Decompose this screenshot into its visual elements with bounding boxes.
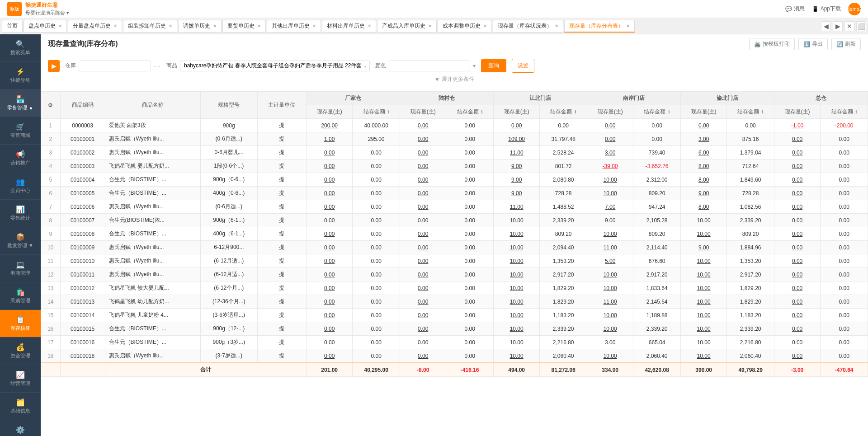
sidebar-item-marketing[interactable]: 📢 营销推广 [0,145,41,172]
yubei-qty[interactable]: 10.00 [680,254,727,268]
factory-qty[interactable]: 0.00 [306,336,353,349]
jiangbei-qty[interactable]: 10.00 [493,214,540,227]
close-icon[interactable]: ✕ [213,23,217,28]
app-btn[interactable]: 📱 App下载 [812,5,841,13]
factory-qty[interactable]: 0.00 [306,146,353,159]
jiangbei-qty[interactable]: 10.00 [493,281,540,295]
tab-next-btn[interactable]: ▶ [833,21,843,31]
tab-t3[interactable]: 组装拆卸单历史 ✕ [123,20,177,33]
sidebar-item-ecommerce[interactable]: 💻 电商管理 [0,255,41,282]
export-btn[interactable]: ⬇️ 导出 [798,38,828,50]
total-qty[interactable]: 0.00 [774,281,821,295]
tab-t1[interactable]: 盘点单历史 ✕ [24,20,67,33]
total-qty[interactable]: 0.00 [774,295,821,309]
filter-toggle-btn[interactable]: ▶ [48,60,60,72]
factory-qty[interactable]: 0.00 [306,173,353,187]
lucun-qty[interactable]: 0.00 [400,227,446,241]
total-qty[interactable]: 0.00 [774,132,821,146]
lucun-qty[interactable]: 0.00 [400,322,446,336]
yubei-qty[interactable]: 10.00 [680,227,727,241]
nanan-qty[interactable]: 10.00 [587,322,633,336]
na-amt-info-icon[interactable]: ℹ [668,109,670,114]
l-amt-info-icon[interactable]: ℹ [481,109,483,114]
tab-t5[interactable]: 要货单历史 ✕ [222,20,266,33]
yubei-qty[interactable]: 0.00 [680,119,727,132]
sidebar-item-retail-stat[interactable]: 📊 零售统计 [0,200,41,227]
nanan-qty[interactable]: 0.00 [587,119,633,132]
close-icon[interactable]: ✕ [257,23,261,28]
nanan-qty[interactable]: -39.00 [587,159,633,173]
lucun-qty[interactable]: 0.00 [400,295,446,309]
total-qty[interactable]: 0.00 [774,200,821,214]
color-input[interactable] [389,61,470,71]
print-btn[interactable]: 🖨️ 按模板打印 [749,38,795,50]
warehouse-input[interactable] [79,61,151,71]
nanan-qty[interactable]: 10.00 [587,227,633,241]
nanan-qty[interactable]: 10.00 [587,349,633,363]
close-icon[interactable]: ✕ [368,23,371,28]
tab-t4[interactable]: 调拨单历史 ✕ [178,20,222,33]
tab-t6[interactable]: 其他出库单历史 ✕ [267,20,321,33]
factory-qty[interactable]: 0.00 [306,295,353,309]
total-qty[interactable]: 0.00 [774,227,821,241]
jiangbei-qty[interactable]: 9.00 [493,187,540,200]
factory-qty[interactable]: 0.00 [306,281,353,295]
sidebar-item-wholesale[interactable]: 📦 批发管理 ▼ [0,227,41,255]
yubei-qty[interactable]: 9.00 [680,241,727,254]
sidebar-item-member[interactable]: 👥 会员中心 [0,172,41,200]
nanan-qty[interactable]: 5.00 [587,254,633,268]
goods-input[interactable] [180,61,370,71]
jiangbei-qty[interactable]: 10.00 [493,241,540,254]
factory-qty[interactable]: 0.00 [306,322,353,336]
close-icon[interactable]: ✕ [113,23,117,28]
avatar[interactable]: demo2 [848,3,861,15]
lucun-qty[interactable]: 0.00 [400,281,446,295]
nanan-qty[interactable]: 9.00 [587,214,633,227]
close-icon[interactable]: ✕ [312,23,316,28]
nanan-qty[interactable]: 3.00 [587,146,633,159]
factory-qty[interactable]: 200.00 [306,119,353,132]
jiangbei-qty[interactable]: 9.00 [493,159,540,173]
jiangbei-qty[interactable]: 11.00 [493,146,540,159]
total-qty[interactable]: 0.00 [774,322,821,336]
expand-conditions-btn[interactable]: ▼ 展开更多条件 [434,75,474,83]
tab-t8[interactable]: 产成品入库单历史 ✕ [377,20,437,33]
yubei-qty[interactable]: 3.00 [680,132,727,146]
yubei-qty[interactable]: 8.00 [680,159,727,173]
yubei-qty[interactable]: 9.00 [680,187,727,200]
msg-btn[interactable]: 💬 消息 [785,5,805,13]
lucun-qty[interactable]: 0.00 [400,159,446,173]
f-amt-info-icon[interactable]: ℹ [387,109,389,114]
jiangbei-qty[interactable]: 109.00 [493,132,540,146]
tab-prev-btn[interactable]: ◀ [821,21,831,31]
total-qty[interactable]: 0.00 [774,241,821,254]
yubei-qty[interactable]: 10.00 [680,309,727,322]
lucun-qty[interactable]: 0.00 [400,336,446,349]
jiangbei-qty[interactable]: 0.00 [493,119,540,132]
sidebar-item-shortcut[interactable]: ⚡ 快捷导航 [0,62,41,89]
jiangbei-qty[interactable]: 10.00 [493,309,540,322]
lucun-qty[interactable]: 0.00 [400,146,446,159]
setting-btn[interactable]: 设置 [512,59,534,73]
sidebar-item-basic[interactable]: 🗂️ 基础信息 [0,393,41,420]
lucun-qty[interactable]: 0.00 [400,119,446,132]
tab-t10[interactable]: 现存量（库存状况表） ✕ [493,20,563,33]
total-qty[interactable]: 0.00 [774,159,821,173]
total-qty[interactable]: 0.00 [774,146,821,159]
tab-t11[interactable]: 现存量（库存分布表） ✕ [564,20,635,33]
jiangbei-qty[interactable]: 9.00 [493,173,540,187]
factory-qty[interactable]: 0.00 [306,227,353,241]
factory-qty[interactable]: 0.00 [306,200,353,214]
query-btn[interactable]: 查询 [481,59,506,72]
jiangbei-qty[interactable]: 10.00 [493,254,540,268]
nanan-qty[interactable]: 7.00 [587,200,633,214]
lucun-qty[interactable]: 0.00 [400,214,446,227]
gear-header[interactable]: ⚙ [41,92,61,119]
total-qty[interactable]: 0.00 [774,254,821,268]
factory-qty[interactable]: 0.00 [306,187,353,200]
total-qty[interactable]: 0.00 [774,187,821,200]
yubei-qty[interactable]: 10.00 [680,336,727,349]
factory-qty[interactable]: 0.00 [306,159,353,173]
lucun-qty[interactable]: 0.00 [400,268,446,281]
nanan-qty[interactable]: 10.00 [587,173,633,187]
